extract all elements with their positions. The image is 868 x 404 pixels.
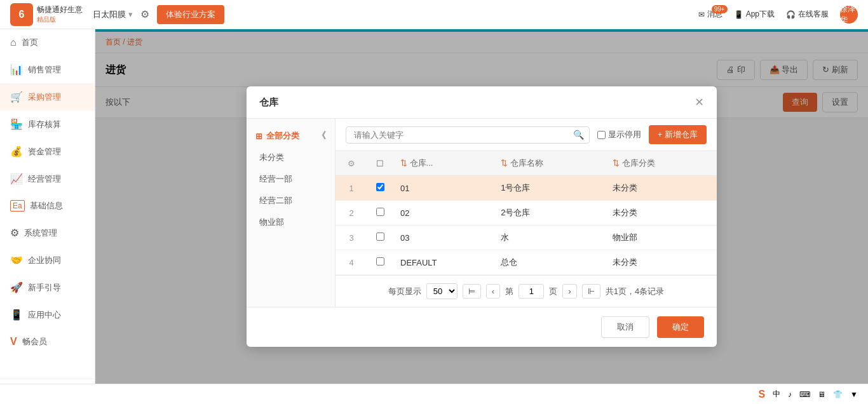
sidebar-label-inventory: 库存核算 (28, 119, 61, 130)
search-icon[interactable]: 🔍 (573, 130, 584, 140)
user-item[interactable]: 徐泽华 (840, 6, 858, 24)
col-header-name: ⇅ 仓库名称 (493, 151, 605, 176)
prev-page-button[interactable]: ‹ (486, 284, 500, 299)
row-name-3: 水 (493, 226, 605, 250)
table-header-row: ⚙ ☐ ⇅ 仓库... ⇅ 仓库名称 (336, 151, 717, 176)
basics-icon: Ea (10, 200, 25, 212)
guide-icon: 🚀 (10, 281, 23, 293)
page-suffix: 页 (549, 286, 557, 297)
home-icon: ⌂ (10, 37, 17, 48)
page-number-input[interactable] (519, 284, 544, 299)
dialog-footer: 取消 确定 (247, 307, 717, 347)
sort-icon: ⇅ (400, 158, 407, 168)
row-check-3[interactable] (367, 226, 393, 250)
finance-icon: 💰 (10, 145, 23, 158)
sidebar-item-enterprise[interactable]: 🤝 企业协同 (0, 246, 95, 274)
table-row[interactable]: 1 01 1号仓库 未分类 (336, 176, 717, 201)
store-dropdown-arrow: ▾ (128, 10, 133, 19)
all-category-label[interactable]: 全部分类 (266, 130, 299, 142)
next-page-button[interactable]: › (562, 284, 576, 299)
operations-icon: 📈 (10, 173, 23, 185)
cancel-button[interactable]: 取消 (601, 316, 649, 338)
row-num-4: 4 (336, 250, 367, 275)
sidebar-label-apps: 应用中心 (28, 309, 61, 321)
last-page-button[interactable]: ⊩ (582, 284, 600, 299)
main-layout: ⌂ 首页 📊 销售管理 🛒 采购管理 🏪 库存核算 💰 资金管理 📈 经营管理 … (0, 29, 868, 404)
row-category-4: 未分类 (605, 250, 717, 275)
confirm-button[interactable]: 确定 (657, 316, 704, 338)
table-row[interactable]: 3 03 水 物业部 (336, 226, 717, 250)
sidebar-item-guide[interactable]: 🚀 新手引导 (0, 274, 95, 301)
col-header-category: ⇅ 仓库分类 (605, 151, 717, 176)
system-icon: ⚙ (10, 227, 19, 239)
sidebar-item-operations[interactable]: 📈 经营管理 (0, 165, 95, 192)
add-warehouse-button[interactable]: + 新增仓库 (649, 125, 707, 144)
sidebar-item-purchase[interactable]: 🛒 采购管理 (0, 83, 95, 111)
dialog-toolbar: 🔍 显示停用 + 新增仓库 (336, 119, 717, 151)
sidebar-item-home[interactable]: ⌂ 首页 (0, 29, 95, 56)
brand-text: 畅捷通好生意 精品版 (37, 5, 83, 24)
sidebar-item-inventory[interactable]: 🏪 库存核算 (0, 111, 95, 138)
sidebar-label-system: 系统管理 (24, 227, 57, 239)
app-download-item[interactable]: 📱 App下载 (734, 9, 775, 20)
first-page-button[interactable]: ⊨ (463, 284, 481, 299)
sidebar-item-basics[interactable]: Ea 基础信息 (0, 192, 95, 219)
per-page-label: 每页显示 (388, 286, 421, 297)
category-unclassified[interactable]: 未分类 (247, 147, 335, 168)
show-disabled-checkbox[interactable] (597, 131, 606, 139)
statusbar-sound: ♪ (788, 390, 792, 399)
purchase-icon: 🛒 (10, 91, 23, 103)
row-category-3: 物业部 (605, 226, 717, 250)
row-name-2: 2号仓库 (493, 201, 605, 226)
dialog-title: 仓库 (259, 97, 278, 109)
statusbar-keyboard: ⌨ (799, 390, 810, 399)
sidebar-label-vip: 畅会员 (22, 336, 47, 347)
search-box: 🔍 (346, 126, 590, 144)
row-num-2: 2 (336, 201, 367, 226)
category-ops1[interactable]: 经营一部 (247, 168, 335, 190)
sidebar-item-apps[interactable]: 📱 应用中心 (0, 301, 95, 328)
dialog-main-content: 🔍 显示停用 + 新增仓库 (336, 119, 717, 307)
table-row[interactable]: 4 DEFAULT 总仓 未分类 (336, 250, 717, 275)
sidebar-label-purchase: 采购管理 (28, 91, 61, 103)
main-content: 首页 / 进货 进货 🖨 印 📤 导出 ↻ 刷新 按以下 查询 设置 (95, 29, 868, 404)
search-input[interactable] (351, 127, 573, 143)
row-check-4[interactable] (367, 250, 393, 275)
trial-button[interactable]: 体验行业方案 (157, 5, 224, 24)
dialog-close-button[interactable]: ✕ (695, 95, 704, 109)
row-name-1: 1号仓库 (493, 176, 605, 201)
grid-icon: ⊞ (255, 131, 262, 141)
sales-icon: 📊 (10, 64, 23, 76)
col-header-gear: ⚙ (336, 151, 367, 176)
sidebar-item-finance[interactable]: 💰 资金管理 (0, 138, 95, 165)
settings-icon[interactable]: ⚙ (140, 8, 149, 20)
sidebar-label-home: 首页 (22, 37, 38, 48)
row-num-1: 1 (336, 176, 367, 201)
page-label: 第 (505, 286, 513, 297)
table-row[interactable]: 2 02 2号仓库 未分类 (336, 201, 717, 226)
sidebar-label-guide: 新手引导 (28, 282, 61, 293)
category-ops2[interactable]: 经营二部 (247, 190, 335, 212)
sidebar-item-system[interactable]: ⚙ 系统管理 (0, 219, 95, 246)
message-item[interactable]: ✉ 消息 99+ (698, 9, 722, 20)
vip-icon: V (10, 336, 17, 347)
show-disabled-label[interactable]: 显示停用 (597, 129, 641, 140)
row-check-2[interactable] (367, 201, 393, 226)
dialog-category-header: ⊞ 全部分类 《 (247, 125, 335, 147)
sidebar-label-operations: 经营管理 (28, 173, 61, 185)
sidebar-item-sales[interactable]: 📊 销售管理 (0, 56, 95, 83)
headset-icon: 🎧 (786, 10, 796, 19)
sidebar-item-vip[interactable]: V 畅会员 (0, 328, 95, 355)
online-service-item[interactable]: 🎧 在线客服 (786, 9, 829, 20)
per-page-select[interactable]: 50 (426, 283, 458, 299)
statusbar-lang[interactable]: 中 (773, 389, 780, 400)
topbar: 6 畅捷通好生意 精品版 日太阳膜 ▾ ⚙ 体验行业方案 ✉ 消息 99+ 📱 … (0, 0, 868, 29)
row-check-1[interactable] (367, 176, 393, 201)
store-selector[interactable]: 日太阳膜 ▾ (93, 9, 133, 20)
enterprise-icon: 🤝 (10, 254, 23, 266)
collapse-button[interactable]: 《 (317, 130, 326, 142)
statusbar-monitor: 🖥 (818, 390, 825, 399)
category-property[interactable]: 物业部 (247, 212, 335, 233)
warehouse-table: ⚙ ☐ ⇅ 仓库... ⇅ 仓库名称 (336, 151, 717, 275)
row-code-1: 01 (393, 176, 493, 201)
